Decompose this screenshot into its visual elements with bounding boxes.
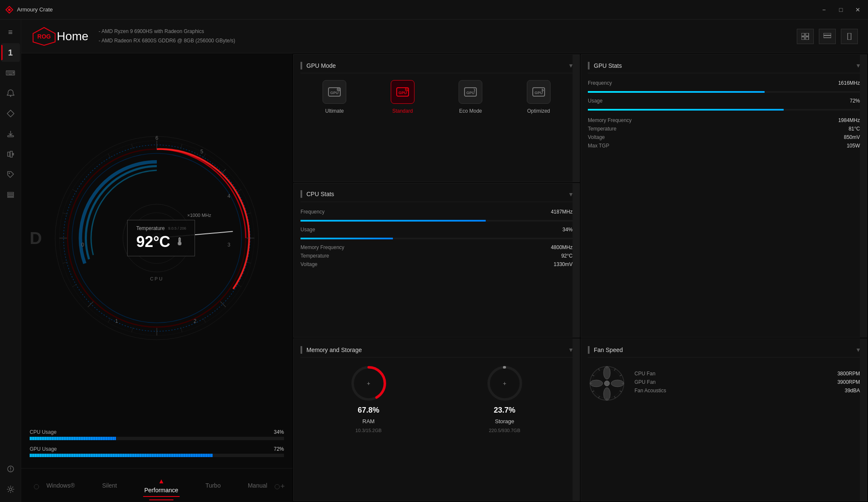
- sidebar-item-aura[interactable]: [1, 104, 20, 123]
- gpu-mode-ultimate[interactable]: GPU Ultimate: [323, 80, 346, 114]
- storage-pct: 23.7%: [494, 406, 515, 415]
- cpu-mem-freq-row: Memory Frequency 4800MHz: [300, 244, 573, 250]
- svg-text:×1000 MHz: ×1000 MHz: [187, 213, 211, 218]
- acoustics-value: 39dBA: [845, 388, 860, 394]
- tab-performance[interactable]: ▲ Performance: [131, 474, 192, 497]
- header-bar: [300, 346, 302, 354]
- svg-line-44: [108, 318, 111, 322]
- gpu-usage-stat-value: 72%: [850, 98, 860, 104]
- sidebar-item-home[interactable]: 1: [1, 43, 20, 62]
- layout-btn-3[interactable]: [841, 29, 858, 44]
- collapse-btn[interactable]: ▾: [857, 61, 860, 69]
- sidebar-item-menu[interactable]: ≡: [1, 23, 20, 42]
- gpu-usage-row: GPU Usage 72%: [30, 446, 284, 457]
- layout-btn-2[interactable]: [819, 29, 836, 44]
- tab-manual[interactable]: Manual: [234, 479, 281, 492]
- gpu-mode-eco[interactable]: GPU Eco Mode: [459, 80, 482, 114]
- layout-btn-1[interactable]: [797, 29, 814, 44]
- collapse-btn[interactable]: ▾: [569, 61, 573, 69]
- cpu-usage-stat-fill: [300, 238, 393, 239]
- gpu-stats-title: GPU Stats: [594, 62, 622, 69]
- svg-line-49: [108, 153, 111, 158]
- svg-rect-19: [806, 37, 809, 40]
- card-side-indicator: [573, 183, 579, 338]
- gpu-freq-bar: [588, 91, 860, 93]
- close-button[interactable]: ✕: [853, 5, 863, 15]
- cpu-usage-stat-label: Usage: [300, 227, 315, 233]
- gpu-mem-freq-value: 1984MHz: [838, 117, 860, 123]
- tab-dot-right: [275, 484, 280, 489]
- cpu-freq-label: Frequency: [300, 209, 325, 215]
- header-actions: [797, 29, 858, 44]
- sidebar-item-tag[interactable]: [1, 165, 20, 184]
- svg-point-88: [604, 381, 609, 386]
- gpu-mode-optimized[interactable]: GPU Optimized: [527, 80, 551, 114]
- svg-point-2: [10, 96, 11, 97]
- cpu-usage-stat-value: 34%: [562, 227, 573, 233]
- cpu-stats-card: CPU Stats ▾ Frequency 4187MHz Usage 34%: [293, 183, 580, 338]
- tab-turbo[interactable]: Turbo: [192, 479, 234, 492]
- sidebar-item-download[interactable]: [1, 125, 20, 143]
- svg-text:3: 3: [228, 242, 231, 248]
- page-header: ROG Home AMD Ryzen 9 6900HS with Radeon …: [21, 19, 868, 53]
- gpu-mode-standard[interactable]: GPU Standard: [391, 80, 415, 114]
- cpu-stats-title: CPU Stats: [306, 191, 334, 197]
- cpu-usage-stat-bar: [300, 238, 573, 239]
- svg-line-37: [237, 189, 241, 192]
- collapse-btn[interactable]: ▾: [569, 346, 573, 354]
- sidebar-item-notifications[interactable]: [1, 84, 20, 103]
- gpu-mode-title: GPU Mode: [306, 62, 336, 69]
- cpu-voltage-row: Voltage 1330mV: [300, 261, 573, 267]
- cpu-usage-fill: [30, 437, 116, 440]
- gpu-tgp-label: Max TGP: [588, 143, 609, 149]
- collapse-btn[interactable]: ▾: [569, 190, 573, 198]
- svg-line-93: [620, 391, 621, 392]
- svg-text:GPU: GPU: [330, 91, 339, 95]
- svg-text:GPU: GPU: [398, 91, 407, 95]
- svg-rect-6: [10, 151, 12, 157]
- svg-line-99: [592, 375, 594, 376]
- svg-marker-75: [542, 89, 544, 92]
- window-controls: − □ ✕: [819, 5, 863, 15]
- gpu-temp-row: Temperature 81°C: [588, 126, 860, 132]
- header-bar: [588, 62, 590, 69]
- svg-point-1: [8, 8, 11, 11]
- svg-line-40: [237, 284, 241, 287]
- svg-line-43: [131, 327, 133, 332]
- sidebar-item-alert[interactable]: [1, 460, 20, 478]
- gpu-voltage-label: Voltage: [588, 134, 605, 140]
- ram-gauge-circle: +: [350, 364, 388, 402]
- svg-rect-4: [8, 136, 14, 137]
- gpu-modes: GPU Ultimate GPU: [300, 80, 573, 114]
- collapse-btn[interactable]: ▾: [857, 346, 860, 354]
- svg-rect-17: [806, 33, 809, 36]
- main-area: D: [21, 53, 868, 502]
- cpu-fan-row: CPU Fan 3800RPM: [634, 371, 860, 377]
- left-panel: D: [21, 53, 292, 502]
- cpu-usage-label: CPU Usage: [30, 429, 56, 435]
- sidebar-item-keyboard[interactable]: ⌨: [1, 64, 20, 82]
- minimize-button[interactable]: −: [819, 5, 829, 15]
- fan-speed-card: Fan Speed ▾: [581, 338, 867, 501]
- svg-rect-11: [8, 197, 14, 197]
- svg-rect-18: [801, 37, 804, 40]
- svg-line-29: [220, 169, 226, 175]
- tab-add-button[interactable]: +: [280, 482, 285, 491]
- tab-silent[interactable]: Silent: [88, 479, 131, 492]
- sidebar-item-tools[interactable]: [1, 145, 20, 164]
- fan-title: Fan Speed: [594, 347, 623, 353]
- maximize-button[interactable]: □: [836, 5, 846, 15]
- header-bar: [300, 62, 302, 69]
- gpu-extra-stats: Memory Frequency 1984MHz Temperature 81°…: [588, 117, 860, 149]
- svg-rect-16: [801, 33, 804, 36]
- svg-point-70: [405, 88, 409, 91]
- sidebar-item-settings[interactable]: [1, 480, 20, 499]
- sidebar-item-list[interactable]: [1, 186, 20, 204]
- ram-pct: 67.8%: [358, 406, 379, 415]
- svg-line-41: [203, 318, 206, 322]
- gpu-usage-bar: [30, 454, 284, 457]
- acoustics-row: Fan Acoustics 39dBA: [634, 388, 860, 394]
- tab-windows[interactable]: Windows®: [33, 479, 88, 492]
- tab-arrow: ▲: [144, 477, 178, 485]
- svg-marker-3: [7, 110, 14, 117]
